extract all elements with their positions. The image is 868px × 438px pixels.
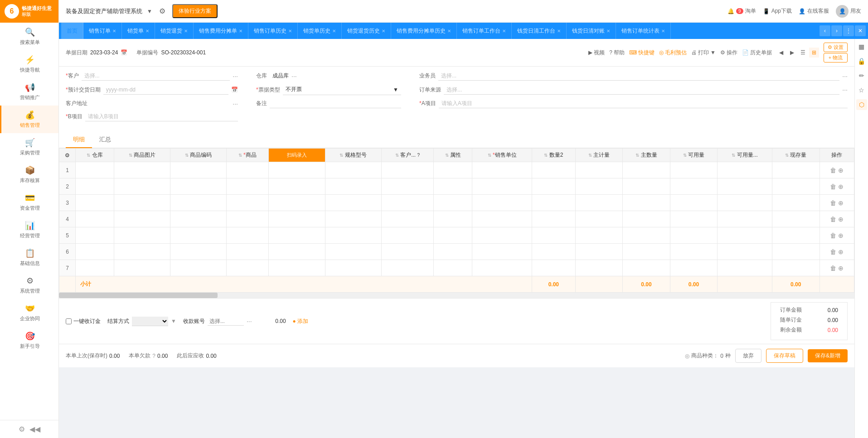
row-name[interactable] [226,162,268,178]
tab-home[interactable]: 首页 [61,23,83,39]
row-image[interactable] [114,244,170,260]
grid-view-icon[interactable]: ⊞ [809,48,819,58]
scan-button[interactable]: 扫码录入 [283,151,310,159]
nav-prev-icon[interactable]: ◀ [776,48,786,58]
delete-icon[interactable]: 🗑 [830,199,836,207]
tab-prev-arrow[interactable]: ‹ [820,25,830,36]
tab-cash-workbench[interactable]: 钱货日清工作台 ✕ [512,23,567,39]
row-unit[interactable] [472,244,532,260]
col-settings[interactable]: ⚙ [59,149,76,162]
salesperson-input[interactable] [438,71,839,81]
tab-return-hist[interactable]: 销货退货历史 ✕ [342,23,391,39]
tab-expand-arrow[interactable]: ⋮ [843,25,854,36]
tab-close-icon[interactable]: ✕ [447,29,451,34]
row-spec[interactable] [325,195,381,211]
row-main-qty[interactable] [623,211,670,227]
copy-icon[interactable]: ⊕ [838,265,844,272]
note-input[interactable] [270,99,401,108]
col-available2[interactable]: ⇅ 可用量... [718,149,772,162]
tab-close-icon[interactable]: ✕ [661,29,665,34]
tab-close-icon[interactable]: ✕ [606,29,610,34]
row-attribute[interactable] [434,162,472,178]
row-spec[interactable] [325,244,381,260]
profit-btn[interactable]: ◎ 毛利预估 [659,49,687,57]
row-qty2[interactable] [532,244,575,260]
tab-close-icon[interactable]: ✕ [112,29,116,34]
col-image[interactable]: ⇅ 商品图片 [114,149,170,162]
warehouse-dots[interactable]: ··· [291,72,297,80]
row-qty2[interactable] [532,211,575,227]
row-main-unit[interactable] [575,211,623,227]
sidebar-item-inventory[interactable]: 📦 库存核算 [0,161,58,188]
delete-icon[interactable]: 🗑 [830,183,836,190]
row-attribute[interactable] [434,195,472,211]
row-main-qty[interactable] [623,260,670,276]
settings-bottom-icon[interactable]: ⚙ [19,425,25,433]
abandon-button[interactable]: 放弃 [735,349,761,363]
row-available2[interactable] [718,260,772,276]
col-attribute[interactable]: ⇅ 属性 [434,149,472,162]
row-customer-code[interactable] [381,227,434,244]
nav-next-icon[interactable]: ▶ [787,48,797,58]
row-name[interactable] [226,244,268,260]
row-code[interactable] [170,162,226,178]
address-dots[interactable]: ··· [233,100,238,107]
delivery-calendar-icon[interactable]: 📅 [231,87,238,93]
settle-dropdown-icon[interactable]: ▼ [171,318,176,324]
row-code[interactable] [170,244,226,260]
col-available[interactable]: ⇅ 可用量 [670,149,718,162]
sidebar-item-collaboration[interactable]: 🤝 企业协同 [0,299,58,327]
delete-icon[interactable]: 🗑 [830,216,836,223]
col-name[interactable]: ⇅ *商品 [226,149,268,162]
row-unit[interactable] [472,211,532,227]
shortcut-btn[interactable]: ⌨ 快捷键 [629,49,655,57]
row-main-unit[interactable] [575,260,623,276]
row-stock[interactable] [772,195,820,211]
copy-icon[interactable]: ⊕ [838,199,844,207]
settle-method-select[interactable] [132,317,168,326]
col-main-qty[interactable]: ⇅ 主数量 [623,149,670,162]
preview-btn[interactable]: ▶ 视频 [588,49,605,57]
copy-icon[interactable]: ⊕ [838,167,844,174]
row-code[interactable] [170,211,226,227]
row-scan[interactable] [268,195,325,211]
row-main-unit[interactable] [575,178,623,195]
history-btn[interactable]: 📄 历史单据 [742,49,772,57]
notification-area[interactable]: 🔔 9 淘单 [727,7,756,15]
order-source-input[interactable] [444,85,839,95]
row-scan[interactable] [268,178,325,195]
col-code[interactable]: ⇅ 商品编码 [170,149,226,162]
row-main-qty[interactable] [623,244,670,260]
row-customer-code[interactable] [381,244,434,260]
row-image[interactable] [114,195,170,211]
row-main-qty[interactable] [623,162,670,178]
print-dropdown[interactable]: ▼ [710,49,716,56]
app-download[interactable]: 📱 App下载 [763,7,792,15]
tab-close-icon[interactable]: ✕ [502,29,506,34]
tab-close-icon[interactable]: ✕ [145,29,149,34]
row-qty2[interactable] [532,260,575,276]
customer-input[interactable] [82,71,230,81]
delete-icon[interactable]: 🗑 [830,167,836,174]
row-main-qty[interactable] [623,195,670,211]
row-main-unit[interactable] [575,244,623,260]
tab-sales-order-hist[interactable]: 销售订单历史 ✕ [248,23,298,39]
row-qty2[interactable] [532,162,575,178]
row-customer-code[interactable] [381,195,434,211]
copy-icon[interactable]: ⊕ [838,248,844,255]
calendar-icon[interactable]: 📅 [121,49,127,56]
row-name[interactable] [226,195,268,211]
tab-close-icon[interactable]: ✕ [382,29,385,34]
row-unit[interactable] [472,162,532,178]
copy-icon[interactable]: ⊕ [838,183,844,190]
tab-close-icon[interactable]: ✕ [239,29,242,34]
tab-close-icon[interactable]: ✕ [184,29,188,34]
tab-fee-hist[interactable]: 销售费用分摊单历史 ✕ [391,23,457,39]
row-stock[interactable] [772,244,820,260]
row-code[interactable] [170,260,226,276]
row-customer-code[interactable] [381,260,434,276]
row-main-qty[interactable] [623,227,670,244]
row-warehouse[interactable] [76,211,114,227]
col-warehouse[interactable]: ⇅ 仓库 [76,149,114,162]
row-available[interactable] [670,260,718,276]
